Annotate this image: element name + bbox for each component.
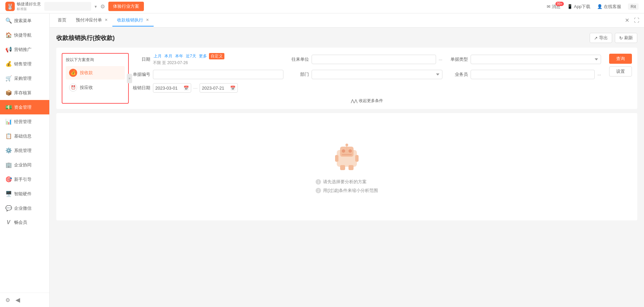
bill-no-input[interactable] — [153, 70, 283, 79]
date-shortcut-custom[interactable]: 自定义 — [209, 53, 224, 59]
collapse-icon: ⋀⋀ — [351, 99, 358, 103]
tab-receipt-writeoff-close-icon[interactable]: ✕ — [146, 18, 149, 22]
filter-cell-staff: 业务员 ··· — [450, 70, 601, 79]
partner-dots-icon[interactable]: ··· — [439, 57, 442, 62]
tab-prepay[interactable]: 预付冲应付单 ✕ — [71, 14, 112, 27]
tab-bar: 首页 预付冲应付单 ✕ 收款核销执行 ✕ ✕ ⛶ — [50, 13, 644, 28]
sidebar-item-search[interactable]: 🔍 搜索菜单 — [0, 13, 49, 28]
partner-label: 往来单位 — [291, 56, 309, 62]
tab-bar-actions: ✕ ⛶ — [624, 16, 641, 25]
company-dropdown-icon[interactable]: ▾ — [95, 4, 97, 9]
tip-num-1: 1 — [316, 179, 321, 185]
export-label: 导出 — [599, 35, 608, 41]
filter-form-wrapper: 日期 上月 本月 本年 近7天 更多 自定义 — [133, 53, 601, 104]
sidebar-label-operation: 经营管理 — [14, 119, 32, 125]
app-download-button[interactable]: 📱 App下载 — [567, 4, 590, 10]
sidebar-settings-icon[interactable]: ⚙ — [5, 297, 10, 303]
date-shortcuts: 上月 本月 本年 近7天 更多 自定义 — [153, 53, 283, 59]
sidebar-item-inventory[interactable]: 📦 库存核算 — [0, 86, 49, 100]
svg-point-2 — [342, 149, 345, 153]
staff-dots-icon[interactable]: ··· — [597, 72, 601, 77]
top-bar-left: 🐰 畅捷通好生意 标准版 ▾ ⚙ 体验行业方案 — [5, 2, 547, 11]
solution-button[interactable]: 体验行业方案 — [108, 2, 144, 11]
sidebar-item-guide[interactable]: 🎯 新手引导 — [0, 172, 49, 187]
department-label: 部门 — [291, 71, 309, 78]
collapse-more-button[interactable]: ⋀⋀ 收起更多条件 — [351, 98, 383, 104]
tab-home[interactable]: 首页 — [53, 14, 71, 27]
empty-tips: 1 请先选择要分析的方案 2 用[过滤]条件来缩小分析范围 — [316, 179, 378, 194]
sidebar-item-capital[interactable]: 💵 资金管理 — [0, 100, 49, 114]
date-shortcut-this-year[interactable]: 本年 — [174, 53, 184, 59]
home-icon: 🏠 — [5, 32, 11, 38]
sidebar-label-guide: 新手引导 — [14, 176, 32, 183]
sidebar-item-quick-nav[interactable]: 🏠 快捷导航 — [0, 28, 49, 42]
tab-expand-icon[interactable]: ⛶ — [633, 16, 641, 25]
filter-option-by-receipt[interactable]: 💰 按收款 — [66, 66, 125, 80]
bill-type-select[interactable] — [471, 55, 601, 64]
writeoff-date-start-wrap[interactable]: 📅 — [153, 83, 191, 93]
partner-input[interactable] — [312, 55, 436, 64]
sidebar-item-enterprise[interactable]: 🏢 企业协同 — [0, 158, 49, 172]
sidebar-item-member[interactable]: V 畅会员 — [0, 215, 49, 229]
collapse-more-row: ⋀⋀ 收起更多条件 — [133, 98, 601, 104]
sales-icon: 💰 — [5, 61, 11, 67]
sidebar-label-member: 畅会员 — [14, 219, 27, 225]
staff-input[interactable] — [471, 70, 595, 79]
app-name: 畅捷通好生意 — [17, 2, 41, 6]
message-button[interactable]: ✉ 消息 99+ — [547, 4, 560, 10]
date-shortcut-more[interactable]: 更多 — [198, 53, 208, 59]
sidebar-collapse-icon[interactable]: ◀ — [15, 296, 20, 304]
department-select[interactable] — [312, 70, 442, 79]
sidebar-item-basic[interactable]: 📋 基础信息 — [0, 129, 49, 143]
tab-close-all-icon[interactable]: ✕ — [624, 16, 631, 25]
sidebar-item-hardware[interactable]: 🖥️ 智能硬件 — [0, 187, 49, 201]
writeoff-date-start-cal-icon[interactable]: 📅 — [183, 86, 189, 91]
tab-receipt-writeoff[interactable]: 收款核销执行 ✕ — [112, 14, 154, 27]
refresh-icon: ↻ — [619, 36, 623, 41]
date-shortcut-last-month[interactable]: 上月 — [153, 53, 162, 59]
writeoff-date-end-wrap[interactable]: 📅 — [200, 83, 238, 93]
date-no-limit-label: 不限 至 2023-07-26 — [153, 60, 283, 66]
results-area: 1 请先选择要分析的方案 2 用[过滤]条件来缩小分析范围 — [56, 113, 637, 220]
filter-settings-button[interactable]: 设置 — [609, 66, 632, 76]
filter-cell-bill-no: 单据编号 — [133, 70, 283, 79]
sidebar-item-purchase[interactable]: 🛒 采购管理 — [0, 71, 49, 86]
filter-option-by-receivable[interactable]: ⏰ 按应收 — [66, 81, 125, 94]
filter-right-actions: 查询 设置 — [605, 53, 632, 104]
writeoff-date-end-input[interactable] — [202, 86, 229, 91]
export-button[interactable]: ↗ 导出 — [590, 33, 612, 43]
by-receipt-label: 按收款 — [80, 70, 93, 76]
writeoff-date-range: 📅 — 📅 — [153, 83, 442, 93]
sidebar-item-sales[interactable]: 💰 销售管理 — [0, 57, 49, 71]
empty-state-icon — [330, 140, 364, 173]
company-selector[interactable] — [44, 2, 91, 11]
writeoff-date-start-input[interactable] — [155, 86, 182, 91]
page-content: 收款核销执行(按收款) ↗ 导出 ↻ 刷新 按以下方案查询 — [50, 28, 644, 307]
svg-rect-8 — [348, 165, 354, 170]
query-button[interactable]: 查询 — [609, 54, 632, 64]
basic-icon: 📋 — [5, 133, 11, 139]
tab-prepay-close-icon[interactable]: ✕ — [105, 18, 108, 22]
filter-form-area: 日期 上月 本月 本年 近7天 更多 自定义 — [133, 53, 632, 104]
date-shortcut-7days[interactable]: 近7天 — [185, 53, 197, 59]
service-icon: 👤 — [597, 4, 602, 9]
sidebar-label-hardware: 智能硬件 — [14, 191, 32, 197]
purchase-icon: 🛒 — [5, 75, 11, 82]
settings-icon[interactable]: ⚙ — [100, 3, 105, 10]
refresh-button[interactable]: ↻ 刷新 — [615, 33, 637, 43]
date-label: 日期 — [133, 56, 150, 62]
filter-cell-writeoff-date: 核销日期 📅 — 📅 — [133, 83, 442, 93]
by-receipt-icon: 💰 — [69, 69, 77, 77]
sidebar-item-operation[interactable]: 📊 经营管理 — [0, 114, 49, 129]
logo-icon: 🐰 — [5, 2, 15, 11]
sidebar-item-marketing[interactable]: 📢 营销推广 — [0, 42, 49, 57]
sidebar-label-basic: 基础信息 — [14, 133, 32, 139]
scheme-panel-collapse-btn[interactable]: » — [127, 74, 132, 83]
hardware-icon: 🖥️ — [5, 191, 11, 197]
date-shortcut-this-month[interactable]: 本月 — [164, 53, 173, 59]
sidebar-item-wechat[interactable]: 💬 企业微信 — [0, 201, 49, 215]
sidebar-item-system[interactable]: ⚙️ 系统管理 — [0, 143, 49, 158]
online-service-button[interactable]: 👤 在线客服 — [597, 4, 621, 10]
writeoff-date-end-cal-icon[interactable]: 📅 — [230, 86, 235, 91]
user-menu[interactable]: Rit — [628, 3, 639, 10]
